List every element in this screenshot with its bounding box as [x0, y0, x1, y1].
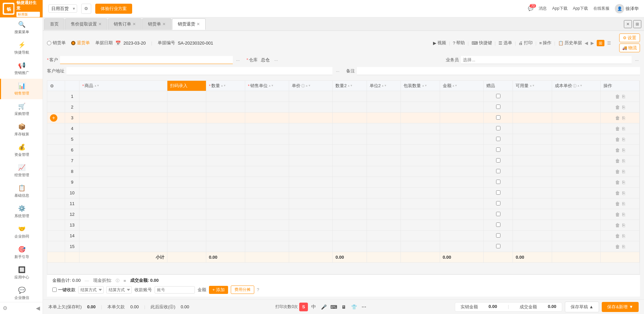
sidebar-item-sales[interactable]: 📊 销售管理 — [0, 79, 43, 99]
delete-row-4[interactable]: 🗑 — [614, 125, 621, 132]
row-cost-13[interactable] — [552, 220, 600, 231]
row-pkg-13[interactable] — [401, 220, 440, 231]
row-qty2-2[interactable] — [333, 102, 367, 113]
th-unit2[interactable]: 单位2 ▲▼ — [367, 81, 401, 91]
row-unit2-9[interactable] — [367, 177, 401, 188]
delete-row-3[interactable]: 🗑 — [614, 115, 621, 121]
row-available-12[interactable] — [513, 209, 552, 220]
radio-return-input[interactable] — [71, 41, 75, 45]
row-price-14[interactable] — [289, 231, 333, 241]
save-new-btn[interactable]: 保存&新增 ▼ — [602, 302, 639, 312]
copy-row-9[interactable]: ⎘ — [622, 179, 626, 186]
user-info[interactable]: 👤 徐泽华 — [615, 4, 639, 13]
gift-checkbox-1[interactable] — [496, 94, 500, 98]
row-available-7[interactable] — [513, 155, 552, 166]
row-pkg-5[interactable] — [401, 134, 440, 145]
row-unit-10[interactable] — [245, 188, 289, 198]
row-unit-1[interactable] — [245, 91, 289, 102]
table-container[interactable]: ⚙ *商品 ▲▼ 扫码录入 — [47, 80, 640, 274]
radio-sale-input[interactable] — [47, 41, 51, 45]
row-price-1[interactable] — [289, 91, 333, 102]
th-qty-sort[interactable]: *数量 ▲▼ — [209, 83, 226, 89]
row-goods-3[interactable] — [79, 113, 167, 123]
gift-checkbox-7[interactable] — [496, 158, 500, 163]
delete-row-1[interactable]: 🗑 — [614, 93, 621, 100]
sidebar-item-collab[interactable]: 🤝 企业协同 — [0, 222, 43, 242]
th-goods[interactable]: *商品 ▲▼ — [79, 81, 167, 91]
tab-4[interactable]: 销货退货✕ — [172, 18, 206, 30]
row-available-11[interactable] — [513, 198, 552, 209]
save-draft-btn[interactable]: 保存草稿 ▲ — [565, 302, 599, 312]
add-row-btn[interactable]: + — [50, 114, 57, 122]
row-gift-15[interactable] — [484, 241, 513, 252]
salesperson-more-btn[interactable]: ··· — [634, 58, 640, 63]
account-input[interactable] — [155, 286, 195, 294]
row-goods-7[interactable] — [79, 155, 167, 166]
gift-checkbox-14[interactable] — [496, 233, 500, 238]
row-qty-11[interactable] — [206, 198, 245, 209]
one-click-pay-checkbox[interactable]: 一键收款 — [52, 287, 75, 293]
row-price-10[interactable] — [289, 188, 333, 198]
sidebar-item-apps[interactable]: 🔲 应用中心 — [0, 263, 43, 283]
th-unit-sort[interactable]: *销售单位 ▲▼ — [248, 83, 274, 89]
copy-row-13[interactable]: ⎘ — [622, 222, 626, 229]
row-unit-14[interactable] — [245, 231, 289, 241]
row-gift-6[interactable] — [484, 145, 513, 155]
row-price-13[interactable] — [289, 220, 333, 231]
row-pkg-8[interactable] — [401, 166, 440, 177]
delete-row-12[interactable]: 🗑 — [614, 211, 621, 218]
row-cost-3[interactable] — [552, 113, 600, 123]
row-unit-5[interactable] — [245, 134, 289, 145]
row-unit-3[interactable] — [245, 113, 289, 123]
row-qty-5[interactable] — [206, 134, 245, 145]
row-qty-2[interactable] — [206, 102, 245, 113]
row-available-4[interactable] — [513, 123, 552, 134]
shirt-icon[interactable]: 👕 — [350, 303, 358, 311]
calendar-icon[interactable]: 📅 — [115, 41, 121, 46]
address-input[interactable] — [66, 67, 332, 75]
tab-close-1[interactable]: ✕ — [98, 22, 102, 26]
row-goods-1[interactable] — [79, 91, 167, 102]
row-qty-13[interactable] — [206, 220, 245, 231]
industry-select-wrap[interactable]: 日用百货 — [48, 4, 77, 13]
footer-help-icon[interactable]: ? — [257, 287, 259, 292]
row-pkg-9[interactable] — [401, 177, 440, 188]
th-cost[interactable]: 成本单价 ⓘ ▲▼ — [552, 81, 600, 91]
row-qty2-12[interactable] — [333, 209, 367, 220]
delete-row-9[interactable]: 🗑 — [614, 179, 621, 186]
row-goods-4[interactable] — [79, 123, 167, 134]
row-amount-14[interactable] — [440, 231, 484, 241]
copy-row-14[interactable]: ⎘ — [622, 233, 626, 239]
row-qty2-6[interactable] — [333, 145, 367, 155]
row-qty-10[interactable] — [206, 188, 245, 198]
th-price-sort[interactable]: 单价 ⓘ ▲▼ — [292, 83, 311, 89]
row-qty2-14[interactable] — [333, 231, 367, 241]
th-unit[interactable]: *销售单位 ▲▼ — [245, 81, 289, 91]
row-available-8[interactable] — [513, 166, 552, 177]
salesperson-input[interactable] — [461, 56, 632, 64]
row-price-9[interactable] — [289, 177, 333, 188]
row-cost-11[interactable] — [552, 198, 600, 209]
row-gift-12[interactable] — [484, 209, 513, 220]
row-price-8[interactable] — [289, 166, 333, 177]
view-grid-btn[interactable]: ⊞ — [597, 40, 604, 46]
gift-checkbox-10[interactable] — [496, 190, 500, 195]
row-qty-8[interactable] — [206, 166, 245, 177]
collapse-icon[interactable]: ◀ — [36, 305, 40, 311]
row-available-14[interactable] — [513, 231, 552, 241]
row-price-4[interactable] — [289, 123, 333, 134]
monitor-icon[interactable]: 🖥 — [339, 303, 348, 311]
row-qty-14[interactable] — [206, 231, 245, 241]
row-unit-6[interactable] — [245, 145, 289, 155]
copy-row-5[interactable]: ⎘ — [622, 136, 626, 143]
row-goods-5[interactable] — [79, 134, 167, 145]
goods-input-3[interactable] — [82, 115, 164, 120]
th-qty[interactable]: *数量 ▲▼ — [206, 81, 245, 91]
row-pkg-12[interactable] — [401, 209, 440, 220]
row-unit2-3[interactable] — [367, 113, 401, 123]
expand-tabs-btn[interactable]: ⊞ — [633, 20, 641, 28]
sidebar-item-operation[interactable]: 📈 经营管理 — [0, 161, 43, 181]
copy-row-2[interactable]: ⎘ — [622, 104, 626, 111]
row-pkg-3[interactable] — [401, 113, 440, 123]
sidebar-item-search[interactable]: 🔍 搜索菜单 — [0, 17, 43, 38]
